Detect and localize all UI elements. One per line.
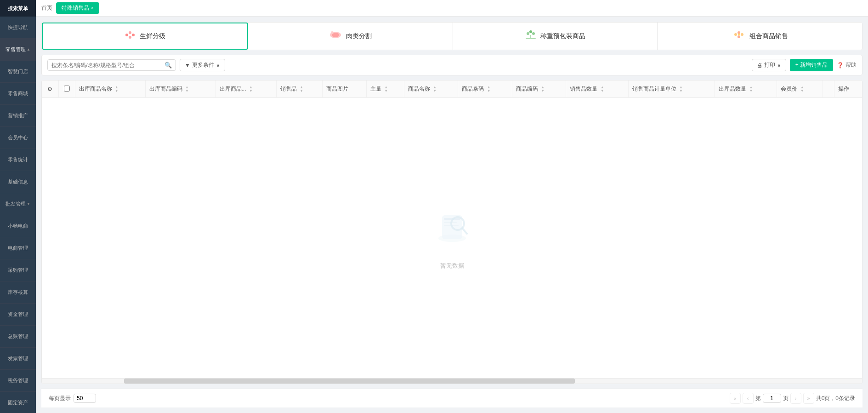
sidebar-item-fund-mgmt[interactable]: 资金管理 xyxy=(0,304,36,326)
svg-point-9 xyxy=(532,32,535,35)
new-product-button[interactable]: + 新增销售品 xyxy=(790,59,833,71)
page-total: 共0页，0条记录 xyxy=(816,395,855,402)
sort-arrows-icon: ▲▼ xyxy=(679,86,683,93)
col-product-name[interactable]: 商品名称 ▲▼ xyxy=(404,80,458,98)
collapse-arrow-icon: ▼ xyxy=(27,202,30,206)
sidebar-item-label: 智慧门店 xyxy=(8,68,28,75)
data-table: ⚙ 出库商品名称 ▲▼ 出库商品编码 ▲▼ 出库 xyxy=(42,80,862,98)
sidebar-item-general-ledger[interactable]: 总账管理 xyxy=(0,326,36,348)
col-sales-qty[interactable]: 销售品数量 ▲▼ xyxy=(566,80,628,98)
first-page-button[interactable]: « xyxy=(730,393,741,404)
combo-icon xyxy=(732,30,746,42)
table-container: ⚙ 出库商品名称 ▲▼ 出库商品编码 ▲▼ 出库 xyxy=(41,80,862,384)
col-out-product-more[interactable]: 出库商品... ▲▼ xyxy=(216,80,276,98)
sidebar: 搜索菜单 快捷导航 零售管理 ▲ 智慧门店 零售商城 营销推广 会员中心 零售统… xyxy=(0,0,36,413)
sidebar-item-fixed-assets[interactable]: 固定资产 xyxy=(0,392,36,413)
next-page-button[interactable]: › xyxy=(790,393,801,404)
sort-arrows-icon: ▲▼ xyxy=(749,86,753,93)
sidebar-item-retail-mall[interactable]: 零售商城 xyxy=(0,83,36,105)
svg-point-7 xyxy=(527,32,529,35)
page-size-select[interactable]: 10 20 50 100 xyxy=(74,394,96,403)
help-label: 帮助 xyxy=(845,61,857,69)
page-number-input[interactable] xyxy=(763,394,781,403)
help-icon: ❓ xyxy=(837,62,844,69)
svg-rect-20 xyxy=(444,222,457,223)
page-unit: 页 xyxy=(783,395,789,402)
home-link[interactable]: 首页 xyxy=(41,4,52,12)
scale-icon xyxy=(525,30,537,42)
prev-page-button[interactable]: ‹ xyxy=(743,393,754,404)
scrollbar-thumb[interactable] xyxy=(124,379,575,384)
col-member-price[interactable]: 会员价 ▲▼ xyxy=(777,80,823,98)
sidebar-item-wholesale-mgmt[interactable]: 批发管理 ▼ xyxy=(0,193,36,215)
horizontal-scrollbar[interactable] xyxy=(42,378,862,384)
sidebar-item-member[interactable]: 会员中心 xyxy=(0,127,36,149)
last-page-button[interactable]: » xyxy=(803,393,814,404)
sidebar-item-retail-mgmt[interactable]: 零售管理 ▲ xyxy=(0,39,36,61)
empty-state: 暂无数据 xyxy=(42,98,862,378)
tab-fresh-label: 生鲜分级 xyxy=(140,32,165,40)
tab-combo[interactable]: 组合商品销售 xyxy=(658,23,862,50)
sidebar-item-mini-ecom[interactable]: 小畅电商 xyxy=(0,215,36,237)
col-blank xyxy=(823,80,834,98)
svg-point-0 xyxy=(125,34,128,36)
select-all-checkbox[interactable] xyxy=(64,86,70,92)
tab-scale[interactable]: 称重预包装商品 xyxy=(453,23,658,50)
search-icon[interactable]: 🔍 xyxy=(165,62,172,69)
col-product-code[interactable]: 商品编码 ▲▼ xyxy=(512,80,566,98)
sidebar-item-inventory[interactable]: 库存核算 xyxy=(0,281,36,304)
col-checkbox[interactable] xyxy=(58,80,75,98)
col-product-barcode[interactable]: 商品条码 ▲▼ xyxy=(458,80,512,98)
new-product-label: + 新增销售品 xyxy=(795,61,828,69)
sidebar-item-label: 总账管理 xyxy=(8,333,28,340)
content-area: 生鲜分级 肉类分割 xyxy=(36,17,868,413)
svg-point-3 xyxy=(129,36,131,39)
sort-arrows-icon: ▲▼ xyxy=(433,86,437,93)
svg-rect-10 xyxy=(526,38,536,39)
sidebar-item-label: 基础信息 xyxy=(8,178,28,185)
sidebar-item-label: 营销推广 xyxy=(8,112,28,119)
sidebar-item-label: 小畅电商 xyxy=(8,223,28,229)
current-tab[interactable]: 特殊销售品 × xyxy=(56,2,99,14)
empty-text: 暂无数据 xyxy=(440,262,464,270)
svg-point-16 xyxy=(738,34,740,35)
search-input[interactable] xyxy=(51,62,163,69)
search-box[interactable]: 🔍 xyxy=(47,59,176,71)
print-button[interactable]: 🖨 打印 ∨ xyxy=(752,59,786,71)
sidebar-item-label: 库存核算 xyxy=(8,289,28,296)
sidebar-item-label: 发票管理 xyxy=(8,355,28,362)
col-settings[interactable]: ⚙ xyxy=(42,80,58,98)
sidebar-item-marketing[interactable]: 营销推广 xyxy=(0,105,36,127)
sidebar-item-smart-store[interactable]: 智慧门店 xyxy=(0,61,36,83)
col-main-measure[interactable]: 主量 ▲▼ xyxy=(366,80,404,98)
svg-point-12 xyxy=(734,33,737,36)
col-out-qty[interactable]: 出库品数量 ▲▼ xyxy=(715,80,777,98)
expand-arrow-icon: ▲ xyxy=(27,47,30,52)
sidebar-item-purchase-mgmt[interactable]: 采购管理 xyxy=(0,259,36,281)
sidebar-item-basic-info[interactable]: 基础信息 xyxy=(0,171,36,193)
toolbar-right: 🖨 打印 ∨ + 新增销售品 ❓ 帮助 xyxy=(752,59,857,71)
col-sales-product[interactable]: 销售品 ▲▼ xyxy=(276,80,322,98)
tab-meat[interactable]: 肉类分割 xyxy=(248,23,453,50)
sidebar-item-label: 零售统计 xyxy=(8,156,28,163)
sidebar-item-label: 固定资产 xyxy=(8,399,28,406)
col-out-product-code[interactable]: 出库商品编码 ▲▼ xyxy=(145,80,216,98)
sidebar-item-invoice-mgmt[interactable]: 发票管理 xyxy=(0,348,36,370)
category-tabs: 生鲜分级 肉类分割 xyxy=(41,22,862,50)
sidebar-item-quick-nav[interactable]: 快捷导航 xyxy=(0,17,36,39)
sidebar-item-tax-mgmt[interactable]: 税务管理 xyxy=(0,370,36,392)
svg-point-14 xyxy=(741,33,743,36)
sidebar-logo[interactable]: 搜索菜单 xyxy=(0,0,36,17)
tab-fresh[interactable]: 生鲜分级 xyxy=(42,23,248,50)
help-button[interactable]: ❓ 帮助 xyxy=(837,61,857,69)
sidebar-item-retail-stats[interactable]: 零售统计 xyxy=(0,149,36,171)
col-sales-unit[interactable]: 销售商品计量单位 ▲▼ xyxy=(628,80,715,98)
close-tab-icon[interactable]: × xyxy=(91,6,94,11)
sort-arrows-icon: ▲▼ xyxy=(487,86,491,93)
sidebar-item-ecom-mgmt[interactable]: 电商管理 xyxy=(0,237,36,259)
sidebar-item-label: 零售管理 xyxy=(6,46,26,53)
col-out-product-name[interactable]: 出库商品名称 ▲▼ xyxy=(75,80,145,98)
filter-button[interactable]: ▼ 更多条件 ∨ xyxy=(180,59,225,71)
meat-icon xyxy=(329,30,342,42)
filter-label: 更多条件 xyxy=(192,61,214,69)
